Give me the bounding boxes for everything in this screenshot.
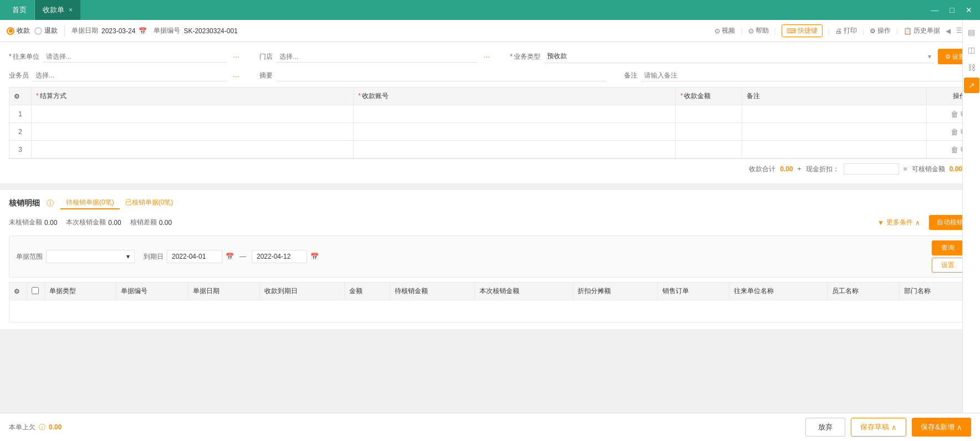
col-amount-header: 金额 bbox=[345, 283, 390, 300]
row-3-account[interactable] bbox=[354, 141, 676, 158]
calendar-to-icon[interactable]: 📅 bbox=[310, 253, 319, 260]
row-3-delete-icon[interactable]: 🗑 bbox=[951, 145, 958, 154]
col-account-header: 收款账号 bbox=[354, 88, 676, 105]
refund-radio[interactable]: 退款 bbox=[34, 26, 58, 35]
row-1-amount[interactable] bbox=[676, 105, 742, 123]
row-2-amount[interactable] bbox=[676, 123, 742, 141]
row-1-delete-icon[interactable]: 🗑 bbox=[951, 110, 958, 119]
receipt-type-radio-group: 收款 退款 bbox=[7, 26, 58, 35]
toolbar-divider-6: | bbox=[896, 27, 898, 35]
sidebar-icon-1[interactable]: ▤ bbox=[964, 24, 979, 40]
empty-cell bbox=[9, 300, 971, 322]
receipt-radio[interactable]: 收款 bbox=[7, 26, 30, 35]
row-2-num: 2 bbox=[9, 123, 32, 141]
pending-tab[interactable]: 待核销单据(0笔) bbox=[60, 197, 120, 209]
partner-more-button[interactable]: ··· bbox=[231, 52, 242, 61]
biz-type-value: 预收款 bbox=[547, 52, 567, 61]
col-partner-header: 往来单位名称 bbox=[729, 283, 828, 300]
row-1-settlement[interactable] bbox=[32, 105, 354, 123]
row-3-notes[interactable] bbox=[742, 141, 927, 158]
close-button[interactable]: ✕ bbox=[962, 4, 976, 16]
verification-section: 核销明细 ⓘ 待核销单据(0笔) 已核销单据(0笔) 未核销金额 0.00 本次… bbox=[0, 188, 980, 329]
bill-info-icon[interactable]: ⓘ bbox=[39, 423, 45, 432]
more-conditions-button[interactable]: ▼ 更多条件 ∧ bbox=[877, 218, 920, 227]
print-button[interactable]: 🖨 打印 bbox=[835, 26, 857, 35]
row-2-notes[interactable] bbox=[742, 123, 927, 141]
save-new-label: 保存&新增 bbox=[921, 422, 955, 432]
discount-label: 现金折扣： bbox=[806, 165, 839, 174]
date-from-input[interactable] bbox=[167, 250, 222, 263]
sidebar-icon-2[interactable]: ◫ bbox=[964, 42, 979, 58]
summary-label: 摘要 bbox=[259, 71, 273, 80]
current-stat: 本次核销金额 0.00 bbox=[66, 218, 121, 227]
row-2-delete-icon[interactable]: 🗑 bbox=[951, 127, 958, 136]
save-new-button[interactable]: 保存&新增 ∧ bbox=[912, 418, 971, 437]
scroll-area: 往来单位 ··· 门店 ··· 业务类型 预收款 ▾ ⚙ 设置 bbox=[0, 42, 980, 439]
maximize-button[interactable]: □ bbox=[947, 4, 958, 16]
due-date-field: 到期日 📅 — 📅 bbox=[144, 250, 319, 263]
discount-input[interactable] bbox=[844, 163, 899, 175]
date-to-input[interactable] bbox=[252, 250, 307, 263]
col-settings-th[interactable]: ⚙ bbox=[9, 283, 27, 300]
toolbar-divider-2: | bbox=[741, 27, 742, 35]
table-row: 2 🗑 ⧉ bbox=[9, 123, 971, 141]
summary-input[interactable] bbox=[276, 70, 606, 81]
filter-settings-button[interactable]: 设置 bbox=[932, 258, 964, 273]
receipt-radio-circle bbox=[7, 27, 14, 35]
save-draft-button[interactable]: 保存草稿 ∧ bbox=[851, 418, 906, 437]
biz-type-select[interactable]: 预收款 ▾ bbox=[544, 50, 935, 63]
row-1-account[interactable] bbox=[354, 105, 676, 123]
operation-button[interactable]: ⚙ 操作 bbox=[870, 26, 891, 35]
sidebar-icon-4[interactable]: ↗ bbox=[964, 78, 979, 93]
range-chevron-icon: ▾ bbox=[126, 253, 130, 260]
shortcut-button[interactable]: ⌨ 快捷键 bbox=[782, 24, 823, 37]
done-tab[interactable]: 已核销单据(0笔) bbox=[120, 197, 179, 209]
help-icon: ⊙ bbox=[748, 27, 754, 35]
minimize-button[interactable]: — bbox=[928, 4, 942, 16]
query-button[interactable]: 查询 bbox=[932, 240, 964, 255]
date-field: 单据日期 2023-03-24 📅 bbox=[72, 26, 147, 35]
sidebar-icon-3[interactable]: ⛓ bbox=[964, 60, 979, 75]
row-2-account[interactable] bbox=[354, 123, 676, 141]
nav-arrows: ◀ bbox=[946, 27, 951, 35]
receipt-table: ⚙ 结算方式 收款账号 收款金额 备注 操作 1 bbox=[9, 87, 971, 158]
refund-radio-label: 退款 bbox=[44, 26, 58, 35]
footer: 本单上欠 ⓘ 0.00 放弃 保存草稿 ∧ 保存&新增 ∧ bbox=[0, 413, 980, 439]
col-checkbox-th[interactable] bbox=[27, 283, 45, 300]
link-icon: ⛓ bbox=[968, 63, 976, 72]
video-icon: ⊙ bbox=[714, 27, 720, 35]
history-button[interactable]: 📋 历史单据 bbox=[904, 26, 940, 35]
range-select[interactable]: ▾ bbox=[46, 250, 135, 263]
notes-label: 备注 bbox=[624, 71, 637, 80]
row-2-settlement[interactable] bbox=[32, 123, 354, 141]
col-current-header: 本次核销金额 bbox=[474, 283, 573, 300]
date-calendar-icon[interactable]: 📅 bbox=[139, 27, 147, 35]
tab-receipt[interactable]: 收款单 × bbox=[35, 0, 81, 20]
row-3-amount[interactable] bbox=[676, 141, 742, 158]
table-icon: ▤ bbox=[968, 28, 975, 37]
row-1-notes[interactable] bbox=[742, 105, 927, 123]
table-settings-th[interactable]: ⚙ bbox=[9, 88, 32, 105]
range-field: 单据范围 ▾ bbox=[16, 250, 135, 263]
receipt-radio-label: 收款 bbox=[17, 26, 30, 35]
calendar-from-icon[interactable]: 📅 bbox=[226, 253, 234, 260]
list-view-icon[interactable]: ☰ bbox=[956, 27, 962, 35]
row-3-settlement[interactable] bbox=[32, 141, 354, 158]
abandon-button[interactable]: 放弃 bbox=[805, 418, 845, 437]
col-notes-header: 备注 bbox=[742, 88, 927, 105]
store-input[interactable] bbox=[276, 51, 478, 63]
verification-info-icon[interactable]: ⓘ bbox=[47, 198, 54, 208]
select-all-checkbox[interactable] bbox=[32, 287, 39, 294]
help-button[interactable]: ⊙ 帮助 bbox=[748, 26, 769, 35]
partner-input[interactable] bbox=[43, 51, 228, 63]
salesperson-input[interactable] bbox=[32, 70, 227, 81]
col-number-header: 单据编号 bbox=[116, 283, 188, 300]
salesperson-more-button[interactable]: ··· bbox=[231, 71, 242, 80]
store-more-button[interactable]: ··· bbox=[481, 52, 492, 61]
nav-prev-icon[interactable]: ◀ bbox=[946, 27, 951, 35]
notes-input[interactable] bbox=[641, 70, 971, 81]
tab-home[interactable]: 首页 bbox=[4, 0, 35, 20]
right-sidebar: ▤ ◫ ⛓ ↗ bbox=[962, 20, 980, 439]
video-button[interactable]: ⊙ 视频 bbox=[714, 26, 735, 35]
tab-close-icon[interactable]: × bbox=[69, 6, 73, 14]
